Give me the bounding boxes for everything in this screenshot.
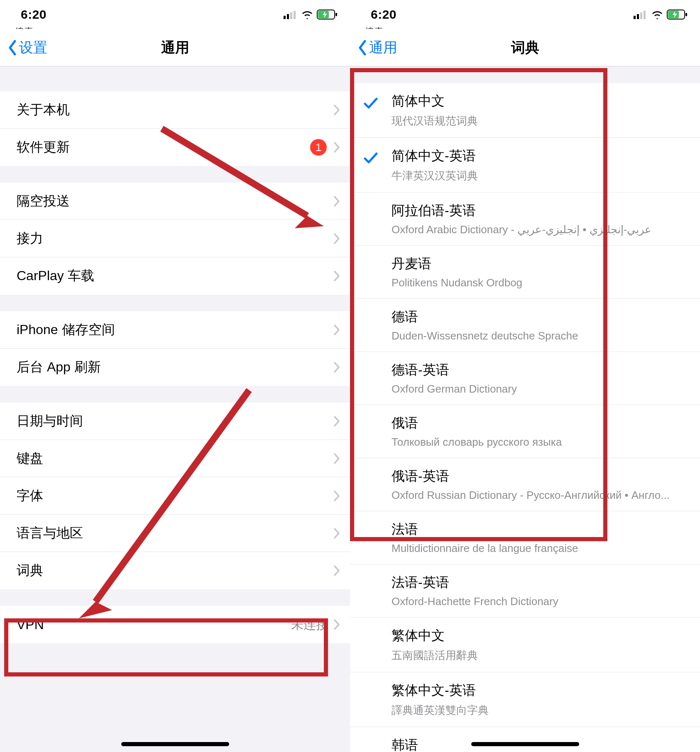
checkmark-icon [350,467,392,470]
dictionary-row[interactable]: 繁体中文五南國語活用辭典 [350,618,700,672]
cellular-icon [634,10,648,19]
settings-row[interactable]: 软件更新1 [0,129,350,166]
home-indicator [471,742,579,746]
svg-rect-11 [634,16,636,19]
row-label: 接力 [17,230,333,248]
settings-row[interactable]: 隔空投送 [0,183,350,220]
dictionary-title: 繁体中文 [392,627,690,645]
dictionary-title: 俄语 [392,414,690,432]
dictionary-row[interactable]: 俄语Толковый словарь русского языка [350,405,700,458]
nav-back-label: 设置 [19,38,47,57]
row-label: 关于本机 [17,101,333,119]
chevron-right-icon [333,415,340,427]
status-bar: 6:20 ◀ 搜索 [0,0,350,29]
chevron-right-icon [333,142,340,153]
chevron-left-icon [357,39,367,56]
status-icons [284,10,338,20]
dictionary-row[interactable]: 法语-英语Oxford-Hachette French Dictionary [350,564,700,618]
svg-rect-12 [637,14,639,19]
checkmark-icon [350,361,392,364]
chevron-right-icon [333,324,340,336]
wifi-icon [301,10,313,19]
status-icons [634,10,688,20]
chevron-right-icon [333,490,340,502]
row-label: 键盘 [17,449,333,468]
nav-title: 通用 [161,38,189,57]
chevron-right-icon [333,527,340,539]
svg-rect-13 [640,12,642,19]
dictionary-title: 俄语-英语 [392,467,690,486]
dictionary-title: 德语-英语 [392,361,690,379]
dictionary-title: 简体中文 [392,92,690,110]
dictionary-subtitle: Oxford-Hachette French Dictionary [392,595,690,608]
nav-bar: 设置 通用 [0,29,350,66]
battery-icon [317,10,338,20]
chevron-left-icon [7,39,17,56]
checkmark-icon [350,308,392,310]
dictionary-row[interactable]: 阿拉伯语-英语Oxford Arabic Dictionary - عربي-إ… [350,193,700,246]
nav-back-button[interactable]: 通用 [357,38,397,57]
wifi-icon [651,10,663,19]
settings-row[interactable]: 后台 App 刷新 [0,349,350,386]
settings-row[interactable]: 键盘 [0,440,350,477]
checkmark-icon [350,681,392,684]
nav-back-button[interactable]: 设置 [7,38,47,57]
nav-bar: 通用 词典 [350,29,700,66]
dictionary-row[interactable]: 繁体中文-英语譯典通英漢雙向字典 [350,672,700,727]
checkmark-icon [350,92,392,111]
settings-row[interactable]: 词典 [0,552,350,589]
dictionary-subtitle: 牛津英汉汉英词典 [392,168,690,183]
nav-back-label: 通用 [369,38,397,57]
settings-row[interactable]: 字体 [0,477,350,515]
checkmark-icon [350,520,392,523]
settings-row[interactable]: 关于本机 [0,91,350,129]
dictionary-row[interactable]: 德语Duden-Wissensnetz deutsche Sprache [350,299,700,352]
settings-row[interactable]: CarPlay 车载 [0,257,350,295]
nav-title: 词典 [511,38,539,57]
settings-row[interactable]: 接力 [0,220,350,257]
chevron-right-icon [333,270,340,282]
chevron-right-icon [333,565,340,576]
dictionary-row[interactable]: 简体中文-英语牛津英汉汉英词典 [350,138,700,193]
dictionary-subtitle: Толковый словарь русского языка [392,436,690,449]
checkmark-icon [350,736,392,739]
notification-badge: 1 [310,139,327,156]
dictionary-title: 繁体中文-英语 [392,681,690,700]
svg-rect-17 [685,13,687,16]
chevron-right-icon [333,104,340,116]
dictionary-subtitle: Oxford German Dictionary [392,383,690,396]
dictionary-row[interactable]: 韩语뉴에이스 국어사전 [350,727,700,752]
chevron-right-icon [333,453,340,464]
dictionary-subtitle: 五南國語活用辭典 [392,648,690,663]
checkmark-icon [350,202,392,204]
settings-row[interactable]: VPN未连接 [0,606,350,643]
dictionary-title: 阿拉伯语-英语 [392,202,690,220]
settings-row[interactable]: iPhone 储存空间 [0,311,350,349]
dictionary-row[interactable]: 德语-英语Oxford German Dictionary [350,352,700,405]
checkmark-icon [350,414,392,417]
home-indicator [121,742,229,746]
chevron-right-icon [333,619,340,630]
chevron-right-icon [333,195,340,207]
checkmark-icon [350,627,392,629]
dictionary-row[interactable]: 丹麦语Politikens Nudansk Ordbog [350,246,700,299]
cellular-icon [284,10,298,19]
checkmark-icon [350,147,392,166]
svg-rect-0 [284,16,286,19]
dictionary-row[interactable]: 法语Multidictionnaire de la langue françai… [350,511,700,564]
svg-rect-14 [644,11,646,19]
dictionary-row[interactable]: 简体中文现代汉语规范词典 [350,83,700,138]
row-label: 语言与地区 [17,524,333,542]
row-label: 隔空投送 [17,192,333,210]
dictionary-subtitle: Oxford Arabic Dictionary - عربي-إنجليزي … [392,223,690,236]
dictionary-subtitle: 现代汉语规范词典 [392,114,690,128]
chevron-right-icon [333,361,340,373]
status-time: 6:20 [371,7,397,22]
row-label: CarPlay 车载 [17,267,333,285]
dictionary-subtitle: Oxford Russian Dictionary - Русско-Англи… [392,489,690,502]
settings-row[interactable]: 日期与时间 [0,403,350,440]
settings-row[interactable]: 语言与地区 [0,515,350,552]
row-label: iPhone 储存空间 [17,321,333,339]
dictionary-subtitle: Multidictionnaire de la langue française [392,542,690,555]
dictionary-row[interactable]: 俄语-英语Oxford Russian Dictionary - Русско-… [350,458,700,511]
